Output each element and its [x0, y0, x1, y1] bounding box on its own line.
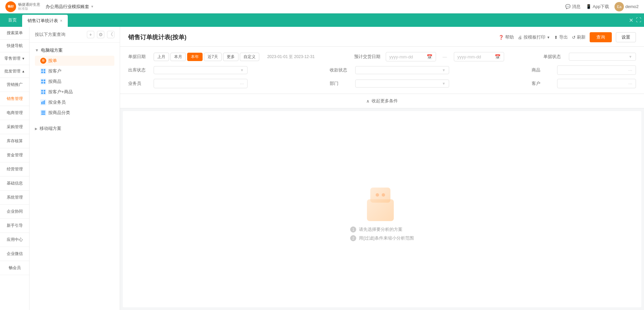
svg-rect-8	[41, 90, 43, 92]
salesperson-input[interactable]: ···	[154, 79, 248, 88]
sidebar-item-cooperation[interactable]: 企业协同	[0, 205, 29, 219]
product-input[interactable]: ···	[557, 65, 636, 75]
user-area[interactable]: Ea demo2	[614, 2, 639, 11]
refresh-btn[interactable]: ↺ 刷新	[572, 34, 586, 40]
page-title: 销售订单统计表(按单)	[128, 33, 186, 41]
date-label: 单据日期	[128, 54, 148, 60]
sidebar-item-ecommerce[interactable]: 电商管理	[0, 106, 29, 120]
help-btn[interactable]: ❓ 帮助	[498, 34, 514, 40]
tab-home[interactable]: 首页	[3, 13, 22, 27]
scheme-by-customer-product[interactable]: 按客户+商品	[35, 87, 114, 97]
scheme-by-salesperson[interactable]: 按业务员	[35, 97, 114, 107]
scheme-by-customer[interactable]: 按客户	[35, 66, 114, 76]
app-selector[interactable]: 办公用品行业模拟账套 ▼	[46, 4, 94, 10]
sidebar-item-finance[interactable]: 资金管理	[0, 148, 29, 162]
sidebar-search[interactable]: 搜索菜单	[0, 27, 29, 40]
collapse-btn[interactable]: ∧ 收起更多条件	[361, 97, 403, 105]
sidebar-item-basic[interactable]: 基础信息	[0, 176, 29, 191]
mobile-section: ▶ 移动端方案	[30, 121, 120, 136]
left-panel-header: 按以下方案查询 + ⚙ 《	[30, 27, 120, 43]
payment-status-select[interactable]: ▼	[355, 66, 449, 74]
print-btn[interactable]: 🖨 按模板打印 ▼	[518, 34, 550, 40]
scheme-icon-product	[40, 79, 46, 85]
scheme-icon-order: 单	[40, 58, 46, 64]
end-date-placeholder: yyyy-mm-dd	[458, 54, 493, 59]
sidebar-item-purchase[interactable]: 采购管理	[0, 120, 29, 134]
date-btn-last-month[interactable]: 上月	[154, 53, 169, 61]
date-btn-this-month[interactable]: 本月	[170, 53, 186, 61]
expected-date-label: 预计交货日期	[354, 54, 380, 60]
sidebar-item-retail[interactable]: 零售管理 ▼	[0, 52, 29, 65]
delivery-arrow: ▼	[240, 68, 244, 72]
salesperson-label: 业务员	[128, 81, 148, 87]
calendar-icon-start: 📅	[427, 54, 432, 59]
tab-bar: 首页 销售订单统计表 × ✕ ⛶	[0, 13, 644, 27]
sidebar-item-appcenter[interactable]: 应用中心	[0, 233, 29, 247]
sidebar-item-newguide[interactable]: 新手引导	[0, 219, 29, 233]
scheme-by-order[interactable]: 单 按单	[35, 56, 114, 66]
svg-rect-17	[41, 114, 45, 115]
close-window-icon[interactable]: ✕	[629, 17, 633, 23]
page-header: 销售订单统计表(按单) ❓ 帮助 🖨 按模板打印 ▼ ⬆ 导出	[120, 27, 644, 47]
delivery-status-select[interactable]: ▼	[154, 66, 248, 74]
department-arrow: ▼	[442, 82, 445, 86]
collapse-panel-btn[interactable]: 《	[107, 31, 114, 38]
logo-area: 畅好 畅捷通好生意 标准版	[5, 1, 40, 12]
sidebar-item-corpwechat[interactable]: 企业微信	[0, 247, 29, 261]
query-btn[interactable]: 查询	[590, 32, 612, 42]
start-date-placeholder: yyyy-mm-dd	[389, 54, 425, 59]
date-btn-more[interactable]: 更多	[223, 53, 238, 61]
tree-expand-icon[interactable]: ▼	[35, 48, 39, 53]
sidebar-item-member[interactable]: 畅会员	[0, 261, 29, 275]
scheme-by-product-category[interactable]: 按商品分类	[35, 108, 114, 118]
tab-bar-actions: ✕ ⛶	[629, 17, 641, 23]
pc-section-title: ▼ 电脑端方案	[35, 45, 114, 55]
page-actions: ❓ 帮助 🖨 按模板打印 ▼ ⬆ 导出 ↺ 刷新	[498, 32, 636, 42]
sidebar-item-system[interactable]: 系统管理	[0, 191, 29, 205]
empty-tip-1: 1 请先选择要分析的方案	[350, 226, 414, 232]
status-select[interactable]: ▼	[569, 53, 636, 61]
logo-text: 畅捷通好生意 标准版	[18, 2, 40, 11]
empty-tip-2: 2 用[过滤]条件来缩小分析范围	[350, 235, 414, 241]
date-btn-last-7[interactable]: 近7天	[204, 53, 222, 61]
export-btn[interactable]: ⬆ 导出	[554, 34, 568, 40]
department-select[interactable]: ▼	[355, 80, 449, 88]
sidebar-group-retail: 零售管理 ▼	[0, 52, 29, 65]
date-range-display: 2023-01-01 至 2023-12-31	[267, 54, 315, 60]
content: 按以下方案查询 + ⚙ 《 ▼ 电脑端方案	[30, 27, 644, 310]
message-btn[interactable]: 💬 消息	[565, 4, 581, 10]
tab-close-icon[interactable]: ×	[60, 18, 62, 23]
sidebar-quick-nav[interactable]: 快捷导航	[0, 40, 29, 52]
svg-rect-14	[44, 100, 45, 104]
date-separator: —	[441, 54, 448, 59]
scheme-icon-product-category	[40, 110, 46, 116]
svg-rect-3	[44, 71, 45, 73]
delivery-status-label: 出库状态	[128, 67, 148, 73]
mobile-expand-icon: ▶	[35, 127, 38, 131]
sidebar-item-operation[interactable]: 经营管理	[0, 162, 29, 176]
customer-input[interactable]: ···	[557, 79, 636, 88]
svg-rect-10	[41, 92, 43, 94]
date-quick-btns: 上月 本月 本年 近7天 更多 自定义	[154, 53, 259, 61]
add-scheme-btn[interactable]: +	[87, 31, 94, 38]
main-layout: 搜索菜单 快捷导航 零售管理 ▼ 批发管理 ▲ 营销推广 销售管理 电商管理 采…	[0, 27, 644, 310]
sidebar-item-wholesale[interactable]: 批发管理 ▲	[0, 65, 29, 78]
svg-rect-11	[44, 92, 45, 94]
date-btn-this-year[interactable]: 本年	[187, 53, 203, 61]
settings-btn[interactable]: 设置	[616, 32, 636, 42]
date-btn-custom[interactable]: 自定义	[240, 53, 259, 61]
scheme-by-product[interactable]: 按商品	[35, 76, 114, 87]
empty-tips: 1 请先选择要分析的方案 2 用[过滤]条件来缩小分析范围	[350, 226, 414, 241]
sidebar-item-sales[interactable]: 销售管理	[0, 92, 29, 106]
expected-start-date[interactable]: yyyy-mm-dd 📅	[386, 52, 436, 61]
tab-sales-statistics[interactable]: 销售订单统计表 ×	[22, 15, 68, 27]
left-panel-title: 按以下方案查询	[35, 32, 65, 38]
maximize-icon[interactable]: ⛶	[636, 17, 641, 23]
settings-scheme-btn[interactable]: ⚙	[97, 31, 104, 38]
expected-end-date[interactable]: yyyy-mm-dd 📅	[454, 52, 504, 61]
sidebar-item-marketing[interactable]: 营销推广	[0, 78, 29, 92]
mobile-section-title[interactable]: ▶ 移动端方案	[35, 123, 114, 134]
sidebar: 搜索菜单 快捷导航 零售管理 ▼ 批发管理 ▲ 营销推广 销售管理 电商管理 采…	[0, 27, 30, 310]
download-btn[interactable]: 📱 App下载	[586, 4, 609, 10]
sidebar-item-inventory[interactable]: 库存核算	[0, 134, 29, 148]
